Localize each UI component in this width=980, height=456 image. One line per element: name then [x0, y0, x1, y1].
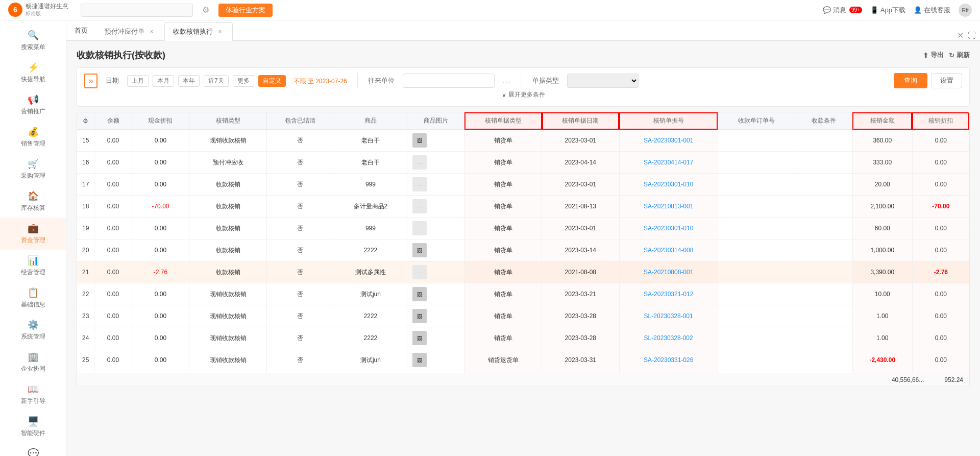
- cell-product: 2222: [334, 327, 407, 349]
- filter-toggle-button[interactable]: »: [84, 74, 97, 88]
- sidebar-item-quick[interactable]: ⚡ 快捷导航: [0, 57, 66, 89]
- sidebar-item-sales[interactable]: 💰 销售管理: [0, 121, 66, 153]
- bill-no-link[interactable]: SA-20230321-012: [644, 291, 693, 298]
- date-this-year-btn[interactable]: 本年: [178, 75, 200, 87]
- message-item[interactable]: 💬 消息 99+: [823, 6, 862, 15]
- date-last-month-btn[interactable]: 上月: [127, 75, 149, 87]
- sidebar-item-base[interactable]: 📋 基础信息: [0, 282, 66, 314]
- bill-no-link[interactable]: SA-20230414-017: [644, 159, 693, 166]
- service-icon: 👤: [914, 6, 922, 14]
- cell-bill-no: SA-20230321-012: [619, 283, 718, 305]
- cell-product: 999: [334, 218, 407, 239]
- cell-include-settled: 否: [266, 327, 334, 349]
- tab-verify-close[interactable]: ×: [216, 28, 224, 36]
- sidebar-item-hardware[interactable]: 🖥️ 智能硬件: [0, 411, 66, 443]
- sidebar-label-search: 搜索菜单: [21, 43, 45, 52]
- bill-no-link[interactable]: SA-20210808-001: [644, 269, 693, 276]
- bill-no-link[interactable]: SL-20230328-001: [644, 313, 693, 320]
- tab-home[interactable]: 首页: [66, 22, 96, 40]
- solution-button[interactable]: 休验行业方案: [218, 4, 273, 17]
- settings-icon-top[interactable]: ⚙: [199, 4, 212, 17]
- date-this-month-btn[interactable]: 本月: [153, 75, 174, 87]
- bill-no-link[interactable]: SA-20230301-001: [644, 137, 693, 144]
- main-layout: 🔍 搜索菜单 ⚡ 快捷导航 📢 营销推广 💰 销售管理 🛒 采购管理 🏠 库存核…: [0, 20, 980, 456]
- bill-no-link[interactable]: SA-20230314-008: [644, 247, 693, 254]
- tab-prepay-close[interactable]: ×: [148, 28, 156, 36]
- source-unit-label: 往来单位: [368, 76, 395, 85]
- sidebar-item-finance[interactable]: 💼 资金管理: [0, 218, 66, 250]
- cell-bill-date: 2023-03-01: [542, 130, 620, 152]
- cell-cash-discount: 0.00: [132, 218, 189, 239]
- app-download-item[interactable]: 📱 App下载: [870, 6, 905, 15]
- tab-verify[interactable]: 收款核销执行 ×: [164, 22, 233, 41]
- online-service-item[interactable]: 👤 在线客服: [914, 6, 950, 15]
- cell-include-settled: 否: [266, 152, 334, 174]
- sidebar-item-wechat[interactable]: 💬 企业微信: [0, 443, 66, 456]
- cell-bill-no: SL-20230328-002: [619, 327, 718, 349]
- cell-product: 测试jun: [334, 283, 407, 305]
- logo-badge: 标准版: [26, 10, 68, 17]
- sidebar-item-search[interactable]: 🔍 搜索菜单: [0, 25, 66, 57]
- cell-num: 19: [77, 218, 94, 239]
- table-scroll[interactable]: ⚙ 余额 现金折扣 核销类型 包含已结清 商品 商品图片 核销单据类型 核销单据…: [77, 112, 969, 373]
- cell-bill-date: 2023-04-14: [542, 152, 620, 174]
- top-bar-right: 💬 消息 99+ 📱 App下载 👤 在线客服 Rit: [823, 4, 972, 17]
- export-button[interactable]: ⬆ 导出: [923, 51, 944, 60]
- user-item[interactable]: Rit: [959, 4, 972, 17]
- purchase-icon: 🛒: [28, 158, 39, 170]
- filter-settings-button[interactable]: 设置: [932, 73, 962, 88]
- sidebar-item-corp[interactable]: 🏢 企业协同: [0, 346, 66, 378]
- cell-product-img: —: [407, 174, 464, 196]
- date-custom-btn[interactable]: 自定义: [258, 75, 286, 87]
- cell-receipt-no: [718, 239, 795, 261]
- cell-balance: 0.00: [94, 283, 132, 305]
- source-unit-input[interactable]: [403, 74, 495, 88]
- sidebar-item-guide[interactable]: 📖 新手引导: [0, 378, 66, 411]
- table-row: 21 0.00 -2.76 收款核销 否 测试多属性 — 销货单 2021-08…: [77, 261, 969, 283]
- footer-total-amount: 40,556,66...: [892, 376, 924, 383]
- cell-bill-type: 销货单: [464, 152, 542, 174]
- col-verify-type: 核销类型: [189, 112, 267, 130]
- col-verify-amount: 核销金额: [852, 112, 912, 130]
- tab-maximize-button[interactable]: ⛶: [968, 31, 976, 40]
- cell-bill-date: 2023-03-31: [542, 349, 620, 371]
- cell-verify-type: 收款核销: [189, 218, 267, 239]
- bill-no-link[interactable]: SA-20230301-010: [644, 181, 693, 188]
- bill-type-select[interactable]: [567, 74, 639, 88]
- sidebar-item-system[interactable]: ⚙️ 系统管理: [0, 314, 66, 346]
- refresh-icon: ↻: [949, 52, 954, 59]
- footer-total-discount: 952.24: [944, 376, 963, 383]
- sidebar-item-marketing[interactable]: 📢 营销推广: [0, 89, 66, 121]
- cell-product-img: 🖼: [407, 239, 464, 261]
- top-search-input[interactable]: [81, 4, 193, 17]
- cell-verify-type: 现销收款核销: [189, 283, 267, 305]
- sidebar-item-purchase[interactable]: 🛒 采购管理: [0, 153, 66, 185]
- bill-no-link[interactable]: SA-20210813-001: [644, 203, 693, 210]
- page-title-row: 收款核销执行(按收款) ⬆ 导出 ↻ 刷新: [77, 49, 970, 61]
- cell-receipt-no: [718, 152, 795, 174]
- cell-include-settled: 否: [266, 218, 334, 239]
- cell-balance: 0.00: [94, 130, 132, 152]
- sidebar-label-guide: 新手引导: [21, 397, 45, 405]
- bill-no-link[interactable]: SA-20230331-026: [644, 356, 693, 364]
- refresh-button[interactable]: ↻ 刷新: [949, 51, 970, 60]
- cell-bill-no: SA-20230301-001: [619, 130, 718, 152]
- cell-balance: 0.00: [94, 152, 132, 174]
- cell-verify-type: 收款核销: [189, 196, 267, 218]
- cell-verify-amount: 10.00: [852, 283, 912, 305]
- query-button[interactable]: 查询: [894, 73, 927, 88]
- bill-no-link[interactable]: SL-20230328-002: [644, 334, 693, 342]
- expand-button[interactable]: ∨ 展开更多条件: [502, 90, 545, 99]
- sidebar-item-operation[interactable]: 📊 经营管理: [0, 250, 66, 282]
- tab-close-all-button[interactable]: ✕: [957, 31, 964, 40]
- cell-verify-discount: 0.00: [912, 174, 969, 196]
- sidebar-item-inventory[interactable]: 🏠 库存核算: [0, 185, 66, 218]
- cell-cash-discount: 0.00: [132, 349, 189, 371]
- bill-no-link[interactable]: SA-20230301-010: [644, 225, 693, 232]
- cell-num: 15: [77, 130, 94, 152]
- cell-receipt-no: [718, 283, 795, 305]
- tab-prepay[interactable]: 预付冲应付单 ×: [96, 22, 164, 40]
- date-more-btn[interactable]: 更多: [233, 75, 254, 87]
- date-7days-btn[interactable]: 近7天: [204, 75, 229, 87]
- cell-verify-type: 收款核销: [189, 174, 267, 196]
